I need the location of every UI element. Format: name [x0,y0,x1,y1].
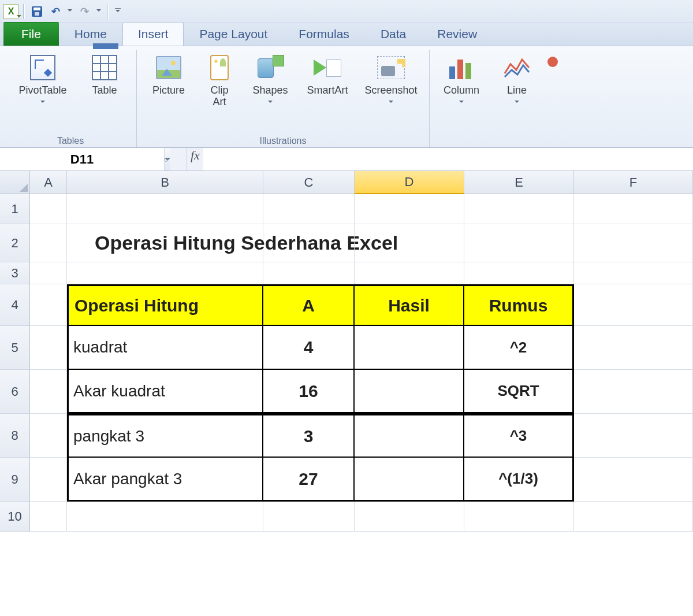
cell[interactable] [464,262,574,284]
shapes-button[interactable]: Shapes [245,50,295,111]
cell[interactable] [30,262,67,284]
col-header-D[interactable]: D [355,171,464,194]
row-header[interactable]: 9 [0,458,30,502]
formula-input[interactable] [203,148,693,170]
row-header[interactable]: 6 [0,370,30,414]
row-header[interactable]: 1 [0,194,30,224]
save-button[interactable] [29,4,44,19]
row-header[interactable]: 2 [0,224,30,262]
smartart-button[interactable]: SmartArt [301,50,354,111]
screenshot-button[interactable]: Screenshot [360,50,422,111]
fx-label: fx [191,148,200,162]
insert-function-button[interactable]: fx [187,148,203,170]
table-cell-rumus[interactable]: SQRT [464,370,574,414]
cell[interactable] [30,414,67,458]
tab-review[interactable]: Review [422,22,493,46]
col-header-A[interactable]: A [30,171,67,194]
cell[interactable] [574,326,693,370]
redo-button[interactable]: ↷ [77,4,92,19]
table-header-op[interactable]: Operasi Hitung [67,284,263,326]
cell[interactable] [263,262,355,284]
table-cell-hasil[interactable] [355,458,464,502]
table-cell-a[interactable]: 3 [263,414,355,458]
table-cell-rumus[interactable]: ^3 [464,414,574,458]
row-header[interactable]: 10 [0,502,30,532]
table-cell-hasil[interactable] [355,370,464,414]
cell[interactable] [263,194,355,224]
clipart-button[interactable]: Clip Art [199,50,240,111]
cell[interactable] [574,194,693,224]
cell[interactable] [30,194,67,224]
select-all-corner[interactable] [0,171,30,194]
line-chart-button[interactable]: Line [492,50,542,111]
cell[interactable] [30,326,67,370]
cell[interactable] [574,284,693,326]
cell-title[interactable]: Operasi Hitung Sederhana Excel [67,224,263,262]
tab-home[interactable]: Home [59,22,122,46]
cell[interactable] [30,370,67,414]
undo-dropdown[interactable] [66,4,73,19]
column-chart-button[interactable]: Column [437,50,486,111]
undo-button[interactable]: ↶ [48,4,63,19]
table-header-hasil[interactable]: Hasil [355,284,464,326]
row-header[interactable]: 3 [0,262,30,284]
cell[interactable] [574,458,693,502]
cell[interactable] [30,458,67,502]
col-header-C[interactable]: C [263,171,355,194]
worksheet-grid[interactable]: A B C D E F 1 2 Operasi Hitung Sederhana… [0,171,693,532]
cell[interactable] [574,502,693,532]
table-cell-op[interactable]: Akar pangkat 3 [67,458,263,502]
cell[interactable] [464,194,574,224]
excel-app-icon[interactable]: X [3,4,18,19]
row-header[interactable]: 8 [0,414,30,458]
cell[interactable] [67,262,263,284]
table-cell-a[interactable]: 27 [263,458,355,502]
tab-data[interactable]: Data [365,22,422,46]
cell[interactable] [574,224,693,262]
tab-formulas[interactable]: Formulas [283,22,365,46]
row-header[interactable]: 5 [0,326,30,370]
pivottable-button[interactable]: PivotTable [12,50,74,111]
cell[interactable] [355,194,464,224]
table-cell-op[interactable]: kuadrat [67,326,263,370]
col-header-F[interactable]: F [574,171,693,194]
table-cell-hasil[interactable] [355,414,464,458]
cell[interactable] [30,224,67,262]
table-cell-a[interactable]: 16 [263,370,355,414]
table-cell-a[interactable]: 4 [263,326,355,370]
table-cell-rumus[interactable]: ^2 [464,326,574,370]
cell[interactable] [67,502,263,532]
tab-page-layout[interactable]: Page Layout [184,22,283,46]
row-header[interactable]: 4 [0,284,30,326]
tab-insert[interactable]: Insert [122,22,184,46]
tab-file[interactable]: File [3,22,59,46]
table-cell-rumus[interactable]: ^(1/3) [464,458,574,502]
table-cell-hasil[interactable] [355,326,464,370]
picture-button[interactable]: Picture [144,50,193,111]
cell[interactable] [574,370,693,414]
cell[interactable] [574,262,693,284]
cell[interactable] [464,224,574,262]
name-box-input[interactable] [0,148,164,170]
table-cell-op[interactable]: pangkat 3 [67,414,263,458]
col-header-E[interactable]: E [464,171,574,194]
cell[interactable] [355,502,464,532]
cell[interactable] [30,502,67,532]
cell[interactable] [67,194,263,224]
name-box[interactable] [0,148,146,170]
table-header-rumus[interactable]: Rumus [464,284,574,326]
cell[interactable] [263,502,355,532]
cell[interactable] [263,224,355,262]
table-cell-op[interactable]: Akar kuadrat [67,370,263,414]
cell[interactable] [30,284,67,326]
table-header-a[interactable]: A [263,284,355,326]
cell[interactable] [464,502,574,532]
col-header-B[interactable]: B [67,171,263,194]
customize-qat-button[interactable] [113,8,122,14]
cell[interactable] [355,262,464,284]
redo-dropdown[interactable] [95,4,102,19]
cell[interactable] [574,414,693,458]
table-button[interactable]: Table [80,50,129,111]
dropdown-icon [40,97,45,108]
cell[interactable] [355,224,464,262]
